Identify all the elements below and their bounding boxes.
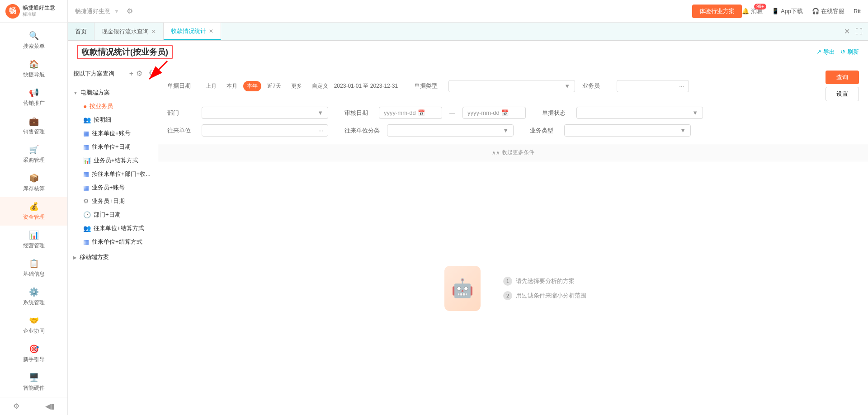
sidebar-item-guide[interactable]: 🎯 新手引导 [0, 340, 67, 368]
date-btn-custom[interactable]: 自定义 [308, 80, 332, 92]
collapse-panel-icon[interactable]: 《 [145, 69, 152, 78]
sidebar-item-marketing[interactable]: 📢 营销推广 [0, 83, 67, 112]
audit-date-to-calendar-icon[interactable]: 📅 [501, 109, 509, 116]
audit-date-from-calendar-icon[interactable]: 📅 [418, 109, 425, 116]
user-item[interactable]: Rit [854, 8, 861, 14]
partner-category-select[interactable]: ▼ [387, 124, 514, 137]
collapse-bar[interactable]: ∧∧ 收起更多条件 [158, 144, 868, 161]
by-staff-icon: ● [83, 103, 87, 110]
sidebar-item-finance[interactable]: 💰 资金管理 [0, 197, 67, 226]
scheme-settings-icon[interactable]: ⚙ [136, 69, 142, 78]
tree-item-partner-date[interactable]: ▦ 往来单位+日期 [68, 140, 158, 154]
tree-item-by-staff[interactable]: ● 按业务员 [68, 99, 158, 113]
staff-date-icon: ⚙ [83, 198, 89, 205]
export-label: 导出 [823, 48, 835, 56]
sales-label: 销售管理 [23, 128, 45, 136]
business-label: 经营管理 [23, 242, 45, 250]
sidebar-item-search-menu[interactable]: 🔍 搜索菜单 [0, 26, 67, 55]
topbar-gear-icon[interactable]: ⚙ [127, 7, 133, 15]
export-button[interactable]: ↗ 导出 [816, 48, 835, 56]
business-type-select[interactable]: ▼ [564, 124, 691, 137]
customer-service-item[interactable]: 🎧 在线客服 [812, 7, 844, 15]
bank-flow-tab-close-icon[interactable]: ✕ [151, 28, 156, 35]
tab-bank-flow[interactable]: 现金银行流水查询 ✕ [94, 23, 164, 40]
staff-settle-label: 业务员+结算方式 [94, 156, 138, 165]
date-btn-more[interactable]: 更多 [287, 80, 306, 92]
tab-receipt-stat[interactable]: 收款情况统计 ✕ [164, 23, 221, 40]
hardware-icon: 🖥️ [29, 373, 39, 382]
logo-icon: 畅 [5, 4, 20, 19]
partner-select[interactable]: ··· [202, 124, 328, 137]
tree-item-partner-settle1[interactable]: 👥 往来单位+结算方式 [68, 222, 158, 235]
right-panel: 单据日期 上月 本月 本年 近7天 更多 自定义 2023-01-01 至 20… [158, 63, 868, 415]
dept-select[interactable]: ▼ [202, 107, 328, 119]
app-download-item[interactable]: 📱 App下载 [772, 7, 803, 15]
filter-actions: 查询 设置 [826, 71, 859, 101]
salesman-label: 业务员 [582, 82, 609, 90]
partner-settle2-icon: ▦ [83, 238, 89, 245]
notifications-item[interactable]: 🔔 消息 99+ [742, 7, 763, 15]
add-scheme-button[interactable]: + [129, 70, 133, 78]
mobile-section-header[interactable]: ▶ 移动端方案 [68, 250, 158, 264]
date-btn-this-month[interactable]: 本月 [222, 80, 241, 92]
date-btn-this-year[interactable]: 本年 [243, 81, 261, 91]
partner-settle2-label: 往来单位+结算方式 [92, 238, 142, 246]
sidebar-item-system[interactable]: ⚙️ 系统管理 [0, 283, 67, 311]
partner-value [207, 127, 208, 134]
page-title: 收款情况统计(按业务员) [77, 45, 173, 59]
tree-item-by-detail[interactable]: 👥 按明细 [68, 113, 158, 127]
topbar: 畅捷通好生意 ▼ ⚙ 体验行业方案 🔔 消息 99+ 📱 App下载 🎧 在线客… [68, 0, 868, 23]
breadcrumb: 畅捷通好生意 ▼ ⚙ [75, 7, 685, 15]
purchase-label: 采购管理 [23, 156, 45, 164]
partner-settle1-label: 往来单位+结算方式 [94, 224, 144, 232]
trial-button[interactable]: 体验行业方案 [692, 5, 742, 18]
collapse-footer-icon[interactable]: ◀▮ [45, 402, 55, 410]
collapse-up-icon: ∧∧ [492, 150, 500, 156]
page-header: 收款情况统计(按业务员) ↗ 导出 ↺ 刷新 [68, 41, 868, 63]
main-area: 畅捷通好生意 ▼ ⚙ 体验行业方案 🔔 消息 99+ 📱 App下载 🎧 在线客… [68, 0, 868, 415]
window-close-icon[interactable]: ✕ [844, 27, 850, 36]
sidebar-item-hardware[interactable]: 🖥️ 智能硬件 [0, 368, 67, 396]
tree-item-dept-date[interactable]: 🕐 部门+日期 [68, 208, 158, 222]
sidebar-item-purchase[interactable]: 🛒 采购管理 [0, 140, 67, 169]
receipt-stat-tab-close-icon[interactable]: ✕ [209, 28, 213, 34]
sidebar-item-quick-nav[interactable]: 🏠 快捷导航 [0, 55, 67, 83]
quick-nav-label: 快捷导航 [23, 71, 45, 79]
sidebar-item-basic[interactable]: 📋 基础信息 [0, 254, 67, 283]
partner-label: 往来单位 [167, 127, 194, 135]
tab-home[interactable]: 首页 [68, 23, 94, 40]
logo-name: 畅捷通好生意 [23, 5, 55, 12]
tree-item-staff-settle[interactable]: 📊 业务员+结算方式 [68, 154, 158, 167]
breadcrumb-chevron-icon: ▼ [114, 8, 119, 14]
page-title-wrapper: 收款情况统计(按业务员) [77, 45, 173, 59]
sidebar-item-enterprise[interactable]: 🤝 企业协同 [0, 311, 67, 340]
date-btn-7days[interactable]: 近7天 [263, 80, 285, 92]
query-button[interactable]: 查询 [826, 71, 859, 84]
setting-button[interactable]: 设置 [826, 87, 859, 101]
partner-category-value [392, 127, 394, 134]
step-1-text: 请先选择要分析的方案 [516, 277, 575, 285]
settings-footer-icon[interactable]: ⚙ [13, 402, 19, 410]
tree-item-partner-settle2[interactable]: ▦ 往来单位+结算方式 [68, 235, 158, 249]
window-maximize-icon[interactable]: ⛶ [855, 28, 863, 36]
tree-item-partner-account[interactable]: ▦ 往来单位+账号 [68, 127, 158, 140]
sidebar-item-sales[interactable]: 💼 销售管理 [0, 112, 67, 140]
sidebar-item-business[interactable]: 📊 经营管理 [0, 226, 67, 254]
search-menu-label: 搜索菜单 [23, 42, 45, 50]
salesman-select[interactable]: ··· [617, 80, 689, 92]
purchase-icon: 🛒 [29, 145, 39, 155]
partner-account-label: 往来单位+账号 [92, 129, 131, 137]
sidebar-item-inventory[interactable]: 📦 库存核算 [0, 169, 67, 197]
customer-service-label: 在线客服 [821, 7, 844, 15]
refresh-button[interactable]: ↺ 刷新 [840, 48, 859, 56]
partner-date-icon: ▦ [83, 143, 89, 151]
doc-status-select[interactable]: ▼ [576, 107, 703, 119]
tree-item-staff-account[interactable]: ▦ 业务员+账号 [68, 181, 158, 194]
desktop-section-header[interactable]: ▼ 电脑端方案 [68, 86, 158, 99]
staff-settle-icon: 📊 [83, 157, 91, 164]
tree-item-partner-dept-collect[interactable]: ▦ 按往来单位+部门+收... [68, 167, 158, 181]
date-btn-last-month[interactable]: 上月 [202, 80, 221, 92]
doc-status-value [581, 109, 583, 116]
tree-item-staff-date[interactable]: ⚙ 业务员+日期 [68, 194, 158, 208]
doc-type-select[interactable]: ▼ [448, 80, 575, 92]
